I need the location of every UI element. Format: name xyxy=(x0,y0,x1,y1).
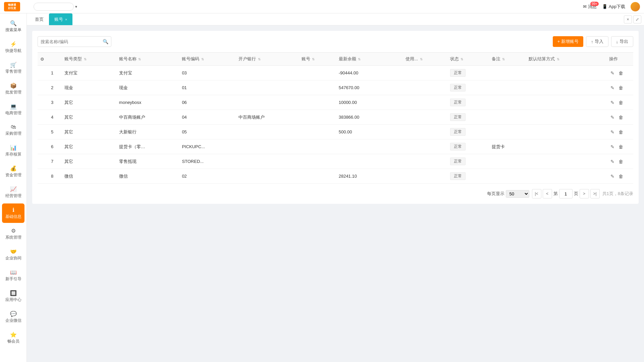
cell-ops-3: ✎ 🗑 xyxy=(606,110,633,125)
sidebar-item-enterprise-wechat[interactable]: 💬 企业微信 xyxy=(2,307,24,327)
edit-button-6[interactable]: ✎ xyxy=(609,158,616,165)
user-avatar[interactable] xyxy=(631,2,640,11)
cell-account-no-4 xyxy=(299,125,336,139)
page-next-button[interactable]: > xyxy=(580,189,589,198)
tab-actions: × ⤢ xyxy=(624,15,641,23)
page-prev-button[interactable]: < xyxy=(543,189,552,198)
th-status[interactable]: 状态 ⇅ xyxy=(447,53,489,66)
cell-name-4: 大新银行 xyxy=(116,125,179,139)
th-balance[interactable]: 最新余额 ⇅ xyxy=(336,53,403,66)
header-dropdown-icon[interactable]: ▾ xyxy=(75,4,77,9)
cell-gear-0 xyxy=(38,66,48,80)
delete-button-2[interactable]: 🗑 xyxy=(617,99,625,106)
cell-bank-7 xyxy=(236,169,299,184)
cell-bank-5 xyxy=(236,139,299,154)
th-type[interactable]: 账号类型 ⇅ xyxy=(62,53,116,66)
sidebar-item-enterprise-agreement[interactable]: 🤝 企业协同 xyxy=(2,245,24,264)
top-header: 畅捷通好生意 ▾ ✉ 消息 99+ 📱 App下载 xyxy=(0,0,644,13)
th-default-settle[interactable]: 默认结算方式 ⇅ xyxy=(526,53,606,66)
search-input[interactable] xyxy=(41,39,103,44)
sidebar-item-purchase[interactable]: 🛍 采购管理 xyxy=(2,121,24,140)
search-icon[interactable]: 🔍 xyxy=(103,39,108,44)
cell-balance-3: 383866.00 xyxy=(336,110,403,125)
cell-remark-1 xyxy=(489,80,526,95)
th-name[interactable]: 账号名称 ⇅ xyxy=(116,53,179,66)
cell-bank-2 xyxy=(236,95,299,110)
edit-button-7[interactable]: ✎ xyxy=(609,173,616,180)
page-number-input[interactable] xyxy=(559,189,573,198)
cell-code-3: 04 xyxy=(179,110,236,125)
sidebar-item-vip[interactable]: ⭐ 畅会员 xyxy=(2,328,24,348)
edit-button-0[interactable]: ✎ xyxy=(609,70,616,76)
message-button[interactable]: ✉ 消息 99+ xyxy=(583,4,597,10)
finance-icon: 💰 xyxy=(10,165,17,172)
sidebar-item-app-center[interactable]: 🔲 应用中心 xyxy=(2,287,24,306)
sidebar-item-quick-nav[interactable]: ⚡ 快捷导航 xyxy=(2,38,24,57)
tab-account[interactable]: 账号 × xyxy=(49,13,72,25)
delete-button-7[interactable]: 🗑 xyxy=(617,173,625,180)
th-remark[interactable]: 备注 ⇅ xyxy=(489,53,526,66)
th-type-sort-icon: ⇅ xyxy=(84,57,87,61)
table-row: 2 现金 现金 01 547670.00 正常 ✎ 🗑 xyxy=(38,80,633,95)
sidebar-item-basic-info[interactable]: ℹ 基础信息 xyxy=(2,203,24,223)
cell-name-0: 支付宝 xyxy=(116,66,179,80)
delete-button-1[interactable]: 🗑 xyxy=(617,84,625,91)
beginner-guide-icon: 📖 xyxy=(10,269,17,276)
sidebar-item-wholesale[interactable]: 📦 批发管理 xyxy=(2,79,24,99)
cell-num-2: 3 xyxy=(48,95,62,110)
sidebar-item-search-menu[interactable]: 🔍 搜索菜单 xyxy=(2,17,24,36)
edit-button-3[interactable]: ✎ xyxy=(609,114,616,121)
cell-default-settle-4 xyxy=(526,125,606,139)
edit-button-1[interactable]: ✎ xyxy=(609,84,616,91)
sidebar-item-finance[interactable]: 💰 资金管理 xyxy=(2,162,24,181)
cell-num-0: 1 xyxy=(48,66,62,80)
tab-account-close[interactable]: × xyxy=(65,17,67,21)
sidebar-item-beginner-guide-label: 新手引导 xyxy=(5,276,21,282)
app-download-button[interactable]: 📱 App下载 xyxy=(602,4,625,10)
th-account-no[interactable]: 账号 ⇅ xyxy=(299,53,336,66)
cell-balance-6 xyxy=(336,154,403,169)
th-usage[interactable]: 使用... ⇅ xyxy=(403,53,447,66)
delete-button-4[interactable]: 🗑 xyxy=(617,129,625,135)
header-search: ▾ xyxy=(34,3,77,11)
edit-button-4[interactable]: ✎ xyxy=(609,129,616,135)
delete-button-0[interactable]: 🗑 xyxy=(617,70,625,76)
header-search-input[interactable] xyxy=(34,3,74,11)
th-code[interactable]: 账号编码 ⇅ xyxy=(179,53,236,66)
cell-usage-5 xyxy=(403,139,447,154)
cell-remark-2 xyxy=(489,95,526,110)
delete-button-5[interactable]: 🗑 xyxy=(617,143,625,150)
tab-home[interactable]: 首页 xyxy=(30,13,49,25)
delete-button-6[interactable]: 🗑 xyxy=(617,158,625,165)
sidebar-item-ecommerce[interactable]: 💻 电商管理 xyxy=(2,100,24,119)
cell-balance-4: 500.00 xyxy=(336,125,403,139)
add-account-button[interactable]: + 新增账号 xyxy=(553,36,583,47)
page-label: 第 xyxy=(553,191,558,197)
cell-ops-6: ✎ 🗑 xyxy=(606,154,633,169)
page-first-button[interactable]: |< xyxy=(532,189,541,198)
import-icon: ↑ xyxy=(591,39,593,44)
delete-button-3[interactable]: 🗑 xyxy=(617,114,625,121)
tab-close-button[interactable]: × xyxy=(624,15,632,23)
sidebar-item-beginner-guide[interactable]: 📖 新手引导 xyxy=(2,266,24,285)
per-page-dropdown[interactable]: 50 10 20 100 xyxy=(506,190,529,198)
quick-nav-icon: ⚡ xyxy=(10,41,17,47)
th-bank[interactable]: 开户银行 ⇅ xyxy=(236,53,299,66)
cell-ops-1: ✎ 🗑 xyxy=(606,80,633,95)
export-button[interactable]: ↓ 导出 xyxy=(611,36,634,47)
edit-button-2[interactable]: ✎ xyxy=(609,99,616,106)
import-label: 导入 xyxy=(595,39,603,45)
sidebar-item-system[interactable]: ⚙ 系统管理 xyxy=(2,224,24,244)
toolbar-right: + 新增账号 ↑ 导入 ↓ 导出 xyxy=(553,36,633,47)
sidebar-item-inventory[interactable]: 📊 库存核算 xyxy=(2,141,24,161)
sidebar-item-retail[interactable]: 🛒 零售管理 xyxy=(2,58,24,78)
edit-button-5[interactable]: ✎ xyxy=(609,143,616,150)
import-button[interactable]: ↑ 导入 xyxy=(586,36,608,47)
app-center-icon: 🔲 xyxy=(10,290,17,296)
cell-num-1: 2 xyxy=(48,80,62,95)
cell-balance-0: -90444.00 xyxy=(336,66,403,80)
tab-maximize-button[interactable]: ⤢ xyxy=(633,15,641,23)
th-settings[interactable]: ⚙ xyxy=(38,53,48,66)
page-last-button[interactable]: >| xyxy=(590,189,600,198)
sidebar-item-operations[interactable]: 📈 经营管理 xyxy=(2,183,24,202)
